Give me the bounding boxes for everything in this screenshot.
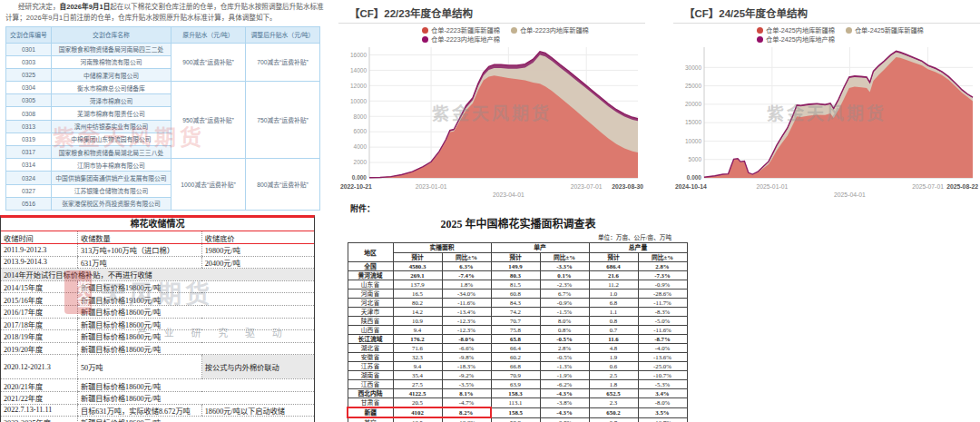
value-cell: -11.6% (442, 299, 491, 308)
y-axis-tick-label: 16000 (350, 52, 367, 58)
y-axis-tick-label: 10000 (685, 138, 701, 144)
y-axis-tick-label: 20000 (685, 101, 701, 107)
period-cell: 2022.7.13-11.11 (1, 404, 77, 417)
table-row: 湖南省35.4-9.2%70.9-1.9%2.5-10.7% (348, 371, 687, 380)
delivery-table-header-row: 交割仓库编号交割仓库名称原升贴水（元/吨）调整后升贴水（元/吨） (6, 26, 320, 43)
warehouse-name-cell: 河南豫棉物流有限公司 (52, 55, 172, 68)
value-cell: 16.5 (393, 290, 442, 299)
value-cell: 12.5 (393, 417, 442, 422)
warehouse-code-cell: 0327 (6, 184, 52, 197)
report-page: 经研究决定，自2026年9月1日起在以下棉花交割仓库注册的仓单，仓库升贴水按照调… (0, 0, 980, 422)
table-row: 长江流域176.2-8.0%65.8-0.5%11.6-8.7% (348, 335, 687, 344)
attachment-label: 附件： (350, 202, 699, 214)
y-axis-tick-label: 5000 (689, 156, 702, 162)
warehouse-code-cell: 0308 (6, 107, 52, 120)
table-row: 2013.9-2014.3631万吨20400元/吨 (1, 256, 314, 269)
table-row: 江西省27.5-3.5%63.9-6.2%1.8-5.3% (348, 380, 687, 389)
value-cell: -2.3% (540, 280, 589, 290)
value-cell: -13.4% (442, 308, 491, 317)
floor-price-cell: 19800元/吨 (201, 244, 314, 257)
value-cell: 1.9 (589, 353, 638, 362)
value-cell: 4122.5 (393, 389, 442, 398)
legend-dot-icon (757, 36, 763, 43)
warehouse-name-cell: 中国供销集团南通供销产业发展有限公司 (52, 172, 172, 184)
value-cell: 80.3 (491, 271, 540, 280)
adjusted-premium-cell: 700减去“运费补贴” (246, 43, 320, 82)
column-header: 原升贴水（元/吨） (172, 26, 246, 43)
table-row: 2022.7.13-11.11目标631万吨，实际收储8.672万吨18600元… (1, 404, 314, 417)
legend-item: 仓单-2425内地库地产棉 (757, 35, 835, 44)
value-cell: 84.3 (491, 299, 540, 308)
value-cell: 20.5 (393, 398, 442, 408)
region-header: 地区 (348, 243, 393, 262)
region-cell: 陕西省 (348, 317, 393, 326)
value-cell: 10.9 (393, 317, 442, 326)
y-axis-tick-label: 0.000 (352, 174, 368, 181)
value-cell: 74.2 (491, 308, 540, 317)
table-row: 2023-2025年度新疆目标价格18600元/吨 (1, 417, 314, 422)
table-row: 其它12.5-12.3%58.8-0.5%0.7-16.7% (348, 417, 687, 422)
value-cell: -10.7% (638, 371, 687, 380)
column-header: 交割仓库编号 (6, 26, 52, 43)
value-cell: -9.2% (442, 371, 491, 380)
sub-header: 同比±% (442, 252, 491, 262)
x-axis-tick-label: 2023-04-01 (493, 191, 524, 198)
value-cell: 21.6 (589, 271, 638, 280)
value-cell: -0.5% (540, 417, 589, 422)
region-cell: 天津市 (348, 308, 393, 317)
period-cell: 2015/16年度 (1, 293, 77, 306)
warehouse-code-cell: 0304 (6, 82, 52, 94)
value-cell: -4.3% (540, 407, 589, 417)
value-cell: -1.5% (540, 308, 589, 317)
value-cell: 70.7 (491, 317, 540, 326)
target-price-cell: 新疆目标价格19100元/吨 (77, 293, 314, 306)
value-cell: 6.8 (589, 299, 638, 308)
warehouse-name-cell: 张家港保税区外商投资服务有限公司 (52, 197, 172, 210)
warehouse-name-cell: 芜湖市棉麻有限责任公司 (52, 107, 172, 120)
value-cell: 158.5 (491, 407, 540, 417)
chart-title-2223: 【CF】22/23年度仓单结构 (338, 2, 645, 24)
table-row: 山东省137.91.8%81.5-2.3%11.2-0.9% (348, 280, 687, 290)
value-cell: 11.6 (589, 335, 638, 344)
period-cell: 2014/15年度 (1, 280, 77, 293)
value-cell: -6.6% (442, 344, 491, 353)
value-cell: -3.8% (540, 398, 589, 408)
value-cell: 2.8% (638, 262, 687, 271)
warehouse-code-cell: 0324 (6, 172, 52, 184)
value-cell: -1.9% (540, 371, 589, 380)
region-cell: 河北省 (348, 299, 393, 308)
target-price-cell: 新疆目标价格18600元/吨 (77, 379, 314, 392)
value-cell: 27.5 (393, 380, 442, 389)
table-row: 2019/20年度新疆目标价格18600元/吨 (1, 342, 314, 355)
warehouse-code-cell: 0301 (6, 43, 52, 55)
value-cell: -12.3% (442, 326, 491, 335)
value-cell: 0.7 (589, 417, 638, 422)
value-cell: -25.0% (638, 362, 687, 371)
table-row: 0314江阴市协丰棉麻有限公司1000减去“运费补贴”800减去“运费补贴” (6, 159, 320, 172)
reserve-table-header-row: 收储时间收储数量收储底价 (1, 231, 314, 244)
legend-label: 仓单-2425内地库地产棉 (766, 35, 835, 44)
column-header: 收储数量 (77, 231, 201, 244)
chart-legend-2425: 仓单-2425内地库新疆棉仓单-2425新疆库新疆棉仓单-2425内地库地产棉 (757, 26, 970, 44)
warehouse-name-cell: 国家粮食和物资储备局河南局四三二处 (52, 43, 172, 55)
value-cell: 81.5 (491, 280, 540, 290)
period-cell: 2018/19年度 (1, 330, 77, 343)
value-cell: 14.2 (393, 308, 442, 317)
value-cell: 4102 (393, 407, 442, 417)
legend-dot-icon (757, 27, 763, 34)
floor-price-cell: 18600元/吨以下启动收储 (201, 404, 314, 417)
value-cell: -18.3% (442, 362, 491, 371)
value-cell: 63.9 (491, 380, 540, 389)
region-cell: 新疆 (348, 407, 393, 417)
table-row: 2011.9-2012.3313万吨+100万吨（进口棉）19800元/吨 (1, 244, 314, 257)
table-row: 2014年开始试行目标价格补贴，不再进行收储 (1, 269, 314, 281)
y-axis-tick-label: 14000 (350, 67, 367, 74)
warehouse-code-cell: 0516 (6, 197, 52, 210)
x-axis-tick-label: 2025-04-01 (834, 191, 866, 198)
value-cell: -5.0% (638, 317, 687, 326)
value-cell: 0.8% (540, 326, 589, 335)
region-cell: 长江流域 (348, 335, 393, 344)
table-row: 河南省16.5-34.0%60.86.7%1.0-28.6% (348, 290, 687, 299)
value-cell: -6.2% (540, 380, 589, 389)
legend-item: 仓单-2223内地库地产棉 (422, 35, 500, 44)
